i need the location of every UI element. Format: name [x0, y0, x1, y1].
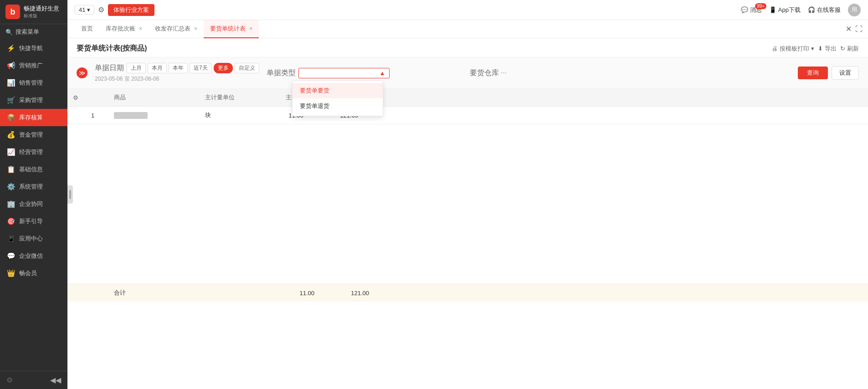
export-icon: ⬇	[818, 45, 823, 52]
enterprise-icon: 🏢	[6, 200, 15, 208]
sidebar-item-finance[interactable]: 💰 资金管理	[0, 126, 67, 143]
sidebar-settings-icon[interactable]: ⚙	[6, 376, 13, 384]
wechat-icon: 💬	[6, 252, 15, 260]
finance-icon: 💰	[6, 131, 15, 139]
sidebar-item-marketing[interactable]: 📢 营销推广	[0, 57, 67, 74]
refresh-btn[interactable]: ↻ 刷新	[840, 45, 859, 53]
export-btn[interactable]: ⬇ 导出	[818, 45, 837, 53]
marketing-icon: 📢	[6, 61, 15, 70]
row-product-cell: ████████	[108, 107, 200, 124]
online-service-btn[interactable]: 🎧 在线客服	[808, 6, 841, 14]
header-left: 41 ▾ ⚙ 体验行业方案	[75, 4, 154, 16]
tab-order-summary[interactable]: 要货单统计表 ×	[204, 20, 259, 38]
notification-badge: 99+	[755, 3, 766, 9]
store-selector[interactable]: 41 ▾	[75, 5, 94, 15]
date-btn-7days[interactable]: 近7天	[190, 63, 212, 73]
total-label: 合计	[114, 289, 205, 297]
sidebar-search[interactable]: 🔍 搜索菜单	[0, 24, 67, 40]
sidebar-item-label: 应用中心	[19, 235, 43, 243]
sidebar-scroll-handle[interactable]	[67, 185, 73, 204]
tab-inventory-batch[interactable]: 库存批次账 ×	[99, 20, 149, 38]
row-seq-cell: 1	[86, 107, 108, 124]
sidebar-item-purchase[interactable]: 🛒 采购管理	[0, 92, 67, 109]
operations-icon: 📈	[6, 148, 15, 156]
expand-filter-btn[interactable]: ≫	[77, 67, 87, 78]
quick-nav-icon: ⚡	[6, 44, 15, 52]
warehouse-label: 要货仓库	[470, 68, 499, 78]
inventory-icon: 📦	[6, 113, 15, 122]
sidebar-item-sales[interactable]: 📊 销售管理	[0, 74, 67, 92]
app-download-icon: 📱	[769, 6, 776, 13]
col-settings-header[interactable]: ⚙	[67, 89, 86, 107]
sidebar-collapse-btn[interactable]: ◀◀	[50, 376, 61, 384]
sidebar-item-quick-nav[interactable]: ⚡ 快捷导航	[0, 40, 67, 57]
search-label: 搜索菜单	[15, 28, 39, 36]
sidebar-item-operations[interactable]: 📈 经营管理	[0, 143, 67, 161]
close-all-tabs-btn[interactable]: ✕	[846, 25, 852, 33]
notification-icon: 💬	[741, 6, 748, 13]
total-amount: 121.00	[314, 290, 369, 297]
total-row: 合计 11.00 121.00	[67, 284, 868, 302]
total-qty: 11.00	[260, 290, 314, 297]
sidebar-item-system[interactable]: ⚙️ 系统管理	[0, 178, 67, 195]
trial-button[interactable]: 体验行业方案	[108, 4, 154, 16]
sidebar-item-newbie[interactable]: 🎯 新手引导	[0, 213, 67, 230]
page-title: 要货单统计表(按商品)	[77, 44, 147, 53]
sidebar-item-wechat[interactable]: 💬 企业微信	[0, 247, 67, 265]
type-input[interactable]: ▲	[298, 68, 390, 78]
sidebar-item-label: 基础信息	[19, 165, 43, 174]
date-buttons: 上月 本月 本年 近7天 更多 自定义	[127, 63, 259, 73]
row-settings-cell	[67, 107, 86, 124]
date-btn-custom[interactable]: 自定义	[235, 63, 259, 73]
expand-icon: ≫	[79, 69, 86, 77]
query-button[interactable]: 查询	[798, 67, 828, 79]
date-btn-this-month[interactable]: 本月	[148, 63, 167, 73]
table-header-row: ⚙ 商品 主计量单位 主数量 零售金额	[67, 89, 868, 107]
sidebar-item-basic-info[interactable]: 📋 基础信息	[0, 161, 67, 178]
sidebar-item-app-center[interactable]: 📱 应用中心	[0, 230, 67, 247]
date-btn-last-month[interactable]: 上月	[127, 63, 146, 73]
user-avatar[interactable]: 用	[848, 4, 861, 16]
app-download-btn[interactable]: 📱 App下载	[769, 6, 801, 14]
expand-tabs-btn[interactable]: ⛶	[855, 25, 863, 33]
table-settings-icon[interactable]: ⚙	[73, 94, 78, 101]
tab-receipt-summary[interactable]: 收发存汇总表 ×	[149, 20, 204, 38]
page-inner: 要货单统计表(按商品) 🖨 按模板打印 ▾ ⬇ 导出 ↻ 刷新	[67, 38, 868, 389]
table-body: 1 ████████ 块 11.00 121.00	[67, 107, 868, 124]
notifications-btn[interactable]: 💬 消息 99+	[741, 6, 762, 14]
sidebar-item-label: 经营管理	[19, 148, 43, 156]
sidebar-item-label: 新手引导	[19, 217, 43, 225]
svg-rect-0	[69, 190, 71, 199]
basic-info-icon: 📋	[6, 165, 15, 174]
type-label: 单据类型	[267, 68, 296, 78]
logo-icon: b	[5, 5, 20, 19]
sidebar-item-member[interactable]: 👑 畅会员	[0, 265, 67, 282]
tab-inventory-batch-close[interactable]: ×	[139, 26, 142, 32]
print-btn[interactable]: 🖨 按模板打印 ▾	[772, 45, 814, 53]
row-extra-cell	[364, 107, 868, 124]
empty-space	[67, 124, 868, 284]
sidebar-item-inventory[interactable]: 📦 库存核算	[0, 109, 67, 126]
tab-order-summary-close[interactable]: ×	[249, 26, 252, 32]
print-label: 按模板打印	[780, 45, 809, 53]
sidebar-item-enterprise[interactable]: 🏢 企业协同	[0, 195, 67, 213]
export-label: 导出	[825, 45, 837, 53]
dropdown-item-order[interactable]: 要货单要货	[293, 83, 383, 98]
tab-receipt-summary-close[interactable]: ×	[194, 26, 197, 32]
warehouse-more-btn[interactable]: ···	[501, 69, 507, 77]
store-dropdown-icon: ▾	[87, 6, 90, 13]
tab-home[interactable]: 首页	[75, 20, 99, 38]
date-btn-this-year[interactable]: 本年	[169, 63, 188, 73]
logo-area: b 畅捷通好生意 标准版	[0, 0, 67, 24]
date-btn-more[interactable]: 更多	[214, 63, 233, 73]
col-extra-header	[364, 89, 868, 107]
sidebar-item-label: 采购管理	[19, 96, 43, 104]
refresh-label: 刷新	[847, 45, 859, 53]
header-settings-icon[interactable]: ⚙	[98, 5, 104, 14]
settings-button[interactable]: 设置	[832, 66, 859, 80]
refresh-icon: ↻	[840, 45, 845, 52]
newbie-icon: 🎯	[6, 217, 15, 225]
app-center-icon: 📱	[6, 235, 15, 243]
dropdown-item-return[interactable]: 要货单退货	[293, 98, 383, 114]
table-container: ⚙ 商品 主计量单位 主数量 零售金额 1	[67, 89, 868, 124]
